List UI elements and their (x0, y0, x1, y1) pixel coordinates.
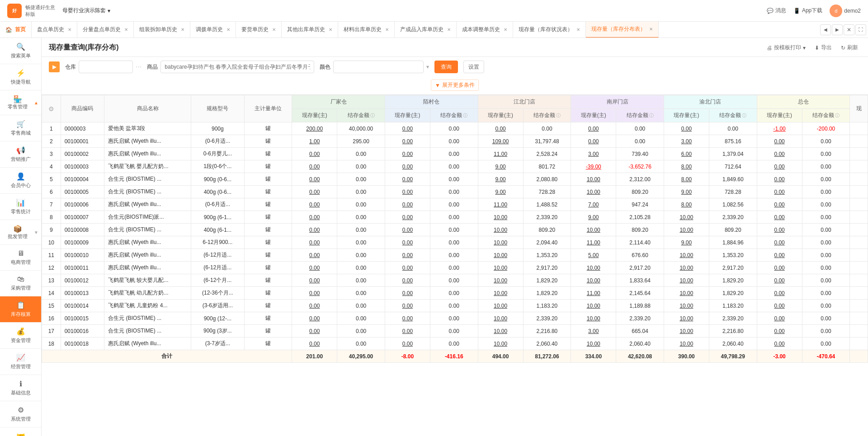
tab-other-out[interactable]: 其他出库单历史 ✕ (282, 22, 338, 38)
chevron-down-icon[interactable]: ▾ (108, 8, 110, 14)
tab-stock-dist[interactable]: 现存量（库存分布表） ✕ (586, 22, 659, 38)
cell-m1[interactable]: 0.00 (385, 236, 430, 249)
cell-z1[interactable]: 0.00 (757, 198, 802, 211)
sidebar-item-system[interactable]: ⚙ 系统管理 (0, 401, 41, 427)
cell-z1[interactable]: 0.00 (757, 249, 802, 262)
cell-m1[interactable]: 0.00 (385, 249, 430, 262)
tab-requisition-close[interactable]: ✕ (272, 27, 276, 32)
tab-cost-adj[interactable]: 成本调整单历史 ✕ (457, 22, 513, 38)
sidebar-item-finance[interactable]: 💰 资金管理 (0, 323, 41, 349)
cell-m1[interactable]: 0.00 (385, 224, 430, 236)
tab-home[interactable]: 🏠 首页 (0, 22, 32, 38)
cell-j1[interactable]: 10.00 (478, 224, 523, 236)
tab-product-in[interactable]: 产成品入库单历史 ✕ (395, 22, 457, 38)
cell-m1[interactable]: 0.00 (385, 300, 430, 312)
user-menu[interactable]: d demo2 (830, 5, 861, 17)
cell-j1[interactable]: 10.00 (478, 312, 523, 325)
cell-n1[interactable]: 0.00 (571, 135, 616, 148)
cell-y1[interactable]: 10.00 (664, 224, 709, 236)
cell-j1[interactable]: 10.00 (478, 236, 523, 249)
cell-m1[interactable]: 0.00 (385, 186, 430, 198)
cell-m1[interactable]: 0.00 (385, 148, 430, 160)
tab-cost-adj-close[interactable]: ✕ (504, 27, 507, 32)
cell-m1[interactable]: 0.00 (385, 198, 430, 211)
cell-z1[interactable]: 0.00 (757, 211, 802, 224)
goods-input[interactable] (160, 61, 314, 73)
cell-j1[interactable]: 9.00 (478, 173, 523, 186)
cell-z1[interactable]: 0.00 (757, 338, 802, 350)
industry-dropdown[interactable]: 母婴行业演示陈套 ▾ (62, 7, 110, 14)
cell-m1[interactable]: 0.00 (385, 274, 430, 287)
cell-f1[interactable]: 0.00 (292, 198, 337, 211)
warehouse-more-icon[interactable]: ··· (136, 63, 142, 71)
cell-y1[interactable]: 8.00 (664, 198, 709, 211)
tab-transfer-close[interactable]: ✕ (226, 27, 230, 32)
cell-m1[interactable]: 0.00 (385, 211, 430, 224)
export-btn[interactable]: ⬇ 导出 (812, 42, 835, 53)
tab-other-out-close[interactable]: ✕ (329, 27, 332, 32)
cell-n1[interactable]: 3.00 (571, 325, 616, 338)
tab-stock-dist-close[interactable]: ✕ (649, 27, 653, 32)
cell-n1[interactable]: 10.00 (571, 338, 616, 350)
cell-y1[interactable]: 0.00 (664, 122, 709, 135)
cell-f1[interactable]: 0.00 (292, 338, 337, 350)
cell-y1[interactable]: 9.00 (664, 236, 709, 249)
cell-f1[interactable]: 0.00 (292, 173, 337, 186)
print-btn[interactable]: 🖨 按模板打印 ▾ (764, 42, 808, 53)
tab-assembly-close[interactable]: ✕ (181, 27, 184, 32)
cell-n1[interactable]: 11.00 (571, 236, 616, 249)
cell-m1[interactable]: 0.00 (385, 122, 430, 135)
nav-prev-btn[interactable]: ◀ (820, 24, 831, 35)
cell-m1[interactable]: 0.00 (385, 287, 430, 300)
cell-n1[interactable]: 10.00 (571, 262, 616, 274)
cell-y1[interactable]: 10.00 (664, 312, 709, 325)
cell-j1[interactable]: 10.00 (478, 274, 523, 287)
cell-f1[interactable]: 0.00 (292, 287, 337, 300)
cell-z1[interactable]: 0.00 (757, 236, 802, 249)
cell-f1[interactable]: 0.00 (292, 249, 337, 262)
expand-conditions-btn[interactable]: ▼ 展开更多条件 (431, 80, 479, 91)
cell-z1[interactable]: 0.00 (757, 160, 802, 173)
cell-n1[interactable]: -39.00 (571, 160, 616, 173)
cell-y1[interactable]: 3.00 (664, 135, 709, 148)
cell-n1[interactable]: 3.00 (571, 148, 616, 160)
cell-m1[interactable]: 0.00 (385, 160, 430, 173)
cell-m1[interactable]: 0.00 (385, 135, 430, 148)
cell-f1[interactable]: 1.00 (292, 135, 337, 148)
cell-f1[interactable]: 200.00 (292, 122, 337, 135)
cell-z1[interactable]: 0.00 (757, 300, 802, 312)
cell-m1[interactable]: 0.00 (385, 325, 430, 338)
cell-j1[interactable]: 11.00 (478, 198, 523, 211)
collapse-btn[interactable]: ▶ (49, 61, 60, 72)
cell-j1[interactable]: 10.00 (478, 262, 523, 274)
cell-m1[interactable]: 0.00 (385, 312, 430, 325)
sidebar-item-collab[interactable]: 🤝 企业协同 (0, 427, 41, 436)
query-btn[interactable]: 查询 (434, 61, 458, 73)
cell-f1[interactable]: 0.00 (292, 262, 337, 274)
cell-y1[interactable]: 10.00 (664, 325, 709, 338)
tab-stock-status[interactable]: 现存量（库存状况表） ✕ (513, 22, 586, 38)
cell-f1[interactable]: 0.00 (292, 186, 337, 198)
tab-product-in-close[interactable]: ✕ (447, 27, 451, 32)
cell-n1[interactable]: 10.00 (571, 186, 616, 198)
cell-j1[interactable]: 0.00 (478, 122, 523, 135)
nav-fullscreen-btn[interactable]: ⛶ (855, 24, 866, 35)
cell-n1[interactable]: 9.00 (571, 211, 616, 224)
cell-n1[interactable]: 7.00 (571, 198, 616, 211)
cell-z1[interactable]: 0.00 (757, 186, 802, 198)
cell-z1[interactable]: 0.00 (757, 325, 802, 338)
cell-f1[interactable]: 0.00 (292, 160, 337, 173)
color-chevron[interactable]: ▾ (426, 64, 429, 70)
cell-n1[interactable]: 10.00 (571, 312, 616, 325)
cell-n1[interactable]: 10.00 (571, 274, 616, 287)
sidebar-item-ecommerce[interactable]: 🖥 电商管理 (0, 245, 41, 271)
cell-m1[interactable]: 0.00 (385, 338, 430, 350)
cell-f1[interactable]: 0.00 (292, 211, 337, 224)
cell-f1[interactable]: 0.00 (292, 148, 337, 160)
cell-z1[interactable]: -1.00 (757, 122, 802, 135)
cell-n1[interactable]: 0.00 (571, 122, 616, 135)
cell-z1[interactable]: 0.00 (757, 274, 802, 287)
message-btn[interactable]: 💬 消息 (767, 7, 786, 14)
sidebar-item-wholesale[interactable]: 📦 批发管理 ▼ (0, 220, 41, 245)
sidebar-item-marketing[interactable]: 📢 营销推广 (0, 141, 41, 168)
